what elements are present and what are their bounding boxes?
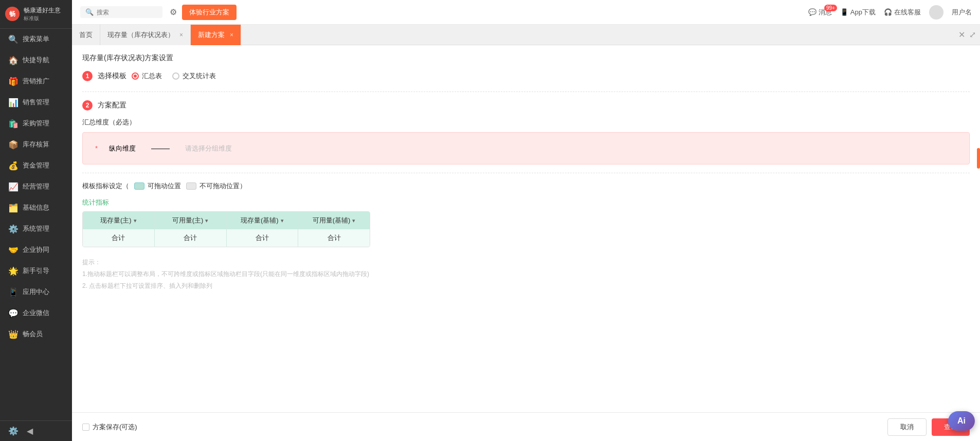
stats-header-cell[interactable]: 可用量(基辅)▾	[298, 212, 370, 229]
save-option[interactable]: 方案保存(可选)	[82, 422, 137, 432]
tab-inventory-status[interactable]: 现存量（库存状况表）×	[100, 25, 191, 45]
search-input[interactable]	[97, 9, 148, 16]
app-logo-icon: 畅	[5, 7, 20, 21]
stats-header-cell[interactable]: 可用量(主)▾	[155, 212, 227, 229]
nav-label-business: 经营管理	[23, 182, 49, 191]
sidebar-item-app-center[interactable]: 📱应用中心	[0, 282, 72, 303]
sidebar-item-business[interactable]: 📈经营管理	[0, 176, 72, 197]
nav-label-inventory: 库存核算	[23, 140, 49, 149]
content-area: 现存量(库存状况表)方案设置 1 选择模板 汇总表 交叉统计表	[72, 45, 980, 412]
tab-close-new-scheme[interactable]: ×	[230, 31, 233, 39]
nav-label-newcomer: 新手引导	[23, 266, 49, 275]
radio-summary-circle	[132, 72, 139, 80]
tips-item: 2. 点击标题栏下拉可设置排序、插入列和删除列	[82, 281, 970, 291]
stats-header-label: 可用量(主)	[172, 216, 204, 225]
step2-header: 2 方案配置	[82, 100, 970, 111]
nav-label-search-menu: 搜索菜单	[23, 34, 49, 44]
online-service-btn[interactable]: 🎧 在线客服	[884, 8, 921, 17]
stats-header-cell[interactable]: 现存量(主)▾	[83, 212, 155, 229]
sidebar-item-inventory[interactable]: 📦库存核算	[0, 134, 72, 155]
scroll-handle[interactable]	[977, 148, 980, 169]
nav-icon-business: 📈	[8, 182, 19, 192]
sidebar-item-sales[interactable]: 📊销售管理	[0, 92, 72, 113]
tab-close-inventory-status[interactable]: ×	[179, 31, 183, 39]
nav-label-marketing: 营销推广	[23, 77, 49, 86]
sidebar-item-system[interactable]: ⚙️系统管理	[0, 218, 72, 240]
vertical-dim-label: 纵向维度	[109, 144, 136, 153]
nav-label-purchase: 采购管理	[23, 119, 49, 128]
stats-table: 现存量(主)▾可用量(主)▾现存量(基辅)▾可用量(基辅)▾ 合计合计合计合计	[82, 211, 370, 247]
radio-summary-label: 汇总表	[142, 71, 162, 81]
tabbar: 首页现存量（库存状况表）×新建方案× ✕ ⤢	[72, 25, 980, 45]
step1-header: 1 选择模板 汇总表 交叉统计表	[82, 71, 970, 81]
sidebar-item-enterprise[interactable]: 🤝企业协同	[0, 240, 72, 261]
nav-label-quick-nav: 快捷导航	[23, 56, 49, 65]
draggable-legend: 可拖动位置	[134, 181, 181, 191]
sidebar-item-finance[interactable]: 💰资金管理	[0, 155, 72, 176]
settings-icon[interactable]: ⚙️	[8, 426, 19, 436]
sidebar-item-enterprise-wechat[interactable]: 💬企业微信	[0, 303, 72, 324]
app-download-btn[interactable]: 📱 App下载	[840, 8, 876, 17]
ai-bubble[interactable]: Ai	[948, 411, 975, 431]
sidebar: 畅 畅康通好生意 标准版 🔍搜索菜单🏠快捷导航🎁营销推广📊销售管理🛍️采购管理📦…	[0, 0, 72, 441]
nav-icon-sales: 📊	[8, 98, 19, 107]
nav-icon-search-menu: 🔍	[8, 34, 19, 44]
tab-home[interactable]: 首页	[72, 25, 100, 45]
stats-body-cell: 合计	[227, 229, 299, 247]
nav-label-basic-info: 基础信息	[23, 203, 49, 212]
message-icon: 💬	[808, 8, 816, 16]
save-label: 方案保存(可选)	[93, 422, 137, 432]
nav-label-finance: 资金管理	[23, 161, 49, 170]
draggable-label: 可拖动位置	[148, 181, 181, 191]
radio-cross-label: 交叉统计表	[183, 71, 216, 81]
stats-header-label: 可用量(基辅)	[313, 216, 351, 225]
message-badge: 99+	[824, 5, 837, 11]
dimension-area[interactable]: * 纵向维度 —— 请选择分组维度	[82, 132, 970, 164]
user-avatar[interactable]	[929, 5, 943, 20]
radio-cross-circle	[172, 72, 179, 80]
sidebar-item-member[interactable]: 👑畅会员	[0, 324, 72, 345]
step1-section: 1 选择模板 汇总表 交叉统计表	[82, 71, 970, 81]
nav-icon-enterprise-wechat: 💬	[8, 308, 19, 318]
topbar-search[interactable]: 🔍	[80, 6, 162, 18]
nav-icon-purchase: 🛍️	[8, 119, 19, 128]
topbar-right: 💬 消息 99+ 📱 App下载 🎧 在线客服 用户名	[808, 5, 972, 20]
collapse-icon[interactable]: ◀	[27, 426, 33, 436]
phone-icon: 📱	[840, 8, 848, 16]
sidebar-item-marketing[interactable]: 🎁营销推广	[0, 71, 72, 92]
cancel-btn[interactable]: 取消	[887, 418, 927, 436]
nav-icon-quick-nav: 🏠	[8, 56, 19, 65]
stats-header-cell[interactable]: 现存量(基辅)▾	[227, 212, 299, 229]
expand-window-btn[interactable]: ⤢	[969, 30, 976, 40]
sidebar-item-newcomer[interactable]: 🌟新手引导	[0, 261, 72, 282]
tips-title: 提示：	[82, 258, 970, 267]
radio-cross[interactable]: 交叉统计表	[172, 71, 216, 81]
dim-placeholder: 请选择分组维度	[185, 144, 232, 153]
message-btn[interactable]: 💬 消息 99+	[808, 8, 832, 17]
sidebar-item-basic-info[interactable]: 🗂️基础信息	[0, 197, 72, 218]
non-draggable-label: 不可拖动位置）	[199, 181, 246, 191]
stats-label: 统计指标	[82, 198, 970, 207]
tab-new-scheme[interactable]: 新建方案×	[191, 25, 241, 45]
step1-badge: 1	[82, 71, 93, 81]
nav-icon-finance: 💰	[8, 161, 19, 171]
nav-label-system: 系统管理	[23, 224, 49, 233]
headset-icon: 🎧	[884, 8, 892, 16]
topbar: 🔍 ⚙ 体验行业方案 💬 消息 99+ 📱 App下载 🎧 在线客服 用户名	[72, 0, 980, 25]
tab-label-home: 首页	[79, 30, 93, 40]
non-draggable-legend: 不可拖动位置）	[186, 181, 246, 191]
step2-title: 方案配置	[98, 101, 126, 110]
sidebar-item-quick-nav[interactable]: 🏠快捷导航	[0, 50, 72, 71]
save-checkbox[interactable]	[82, 424, 89, 431]
chevron-down-icon: ▾	[134, 217, 137, 224]
divider-1	[82, 91, 970, 92]
close-window-btn[interactable]: ✕	[958, 30, 965, 40]
sidebar-nav: 🔍搜索菜单🏠快捷导航🎁营销推广📊销售管理🛍️采购管理📦库存核算💰资金管理📈经营管…	[0, 29, 72, 420]
sidebar-item-purchase[interactable]: 🛍️采购管理	[0, 113, 72, 134]
radio-summary[interactable]: 汇总表	[132, 71, 162, 81]
gear-icon[interactable]: ⚙	[170, 7, 177, 17]
sidebar-item-search-menu[interactable]: 🔍搜索菜单	[0, 29, 72, 50]
trial-btn[interactable]: 体验行业方案	[182, 5, 237, 20]
step1-title: 选择模板	[98, 71, 126, 81]
nav-icon-system: ⚙️	[8, 224, 19, 234]
